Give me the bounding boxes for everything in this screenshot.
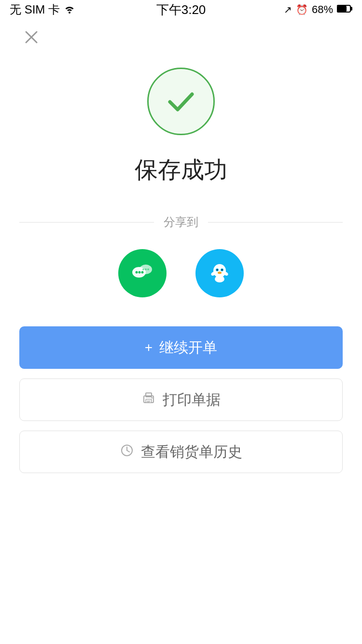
continue-order-button[interactable]: + 继续开单: [19, 326, 343, 369]
svg-point-8: [139, 271, 141, 274]
svg-point-16: [217, 269, 218, 271]
share-label: 分享到: [154, 214, 208, 230]
svg-point-12: [147, 268, 149, 270]
wechat-icon: [129, 260, 156, 287]
divider-line-right: [208, 222, 343, 223]
view-history-label: 查看销货单历史: [141, 442, 242, 462]
print-receipt-button[interactable]: 打印单据: [19, 378, 343, 421]
wifi-icon: [64, 3, 75, 16]
status-right: ↗ ⏰ 68%: [284, 3, 352, 16]
svg-rect-1: [350, 7, 352, 11]
share-icons-row: [118, 249, 244, 297]
share-divider: 分享到: [0, 214, 362, 230]
main-content: 保存成功 分享到: [0, 19, 362, 473]
svg-point-10: [142, 268, 144, 270]
svg-point-27: [152, 397, 153, 398]
svg-point-11: [145, 268, 147, 270]
success-title: 保存成功: [135, 154, 227, 185]
view-history-button[interactable]: 查看销货单历史: [19, 431, 343, 473]
svg-point-17: [222, 269, 223, 271]
svg-rect-25: [147, 401, 151, 402]
action-buttons: + 继续开单 打印单据: [0, 326, 362, 473]
alarm-icon: ⏰: [296, 4, 308, 15]
battery-icon: [337, 3, 352, 16]
battery-text: 68%: [312, 3, 333, 16]
history-icon: [120, 443, 134, 461]
checkmark-icon: [164, 84, 198, 118]
svg-line-30: [127, 450, 129, 452]
svg-rect-2: [337, 6, 347, 12]
location-icon: ↗: [284, 4, 292, 15]
no-sim-text: 无 SIM 卡: [10, 2, 60, 17]
continue-order-label: 继续开单: [159, 338, 217, 358]
svg-point-9: [141, 271, 144, 274]
status-time: 下午3:20: [156, 1, 206, 18]
status-left: 无 SIM 卡: [10, 2, 75, 17]
close-button[interactable]: [19, 25, 43, 49]
svg-point-13: [213, 264, 226, 278]
qq-icon: [206, 260, 233, 287]
svg-point-21: [215, 276, 224, 282]
print-icon: [141, 391, 156, 409]
status-bar: 无 SIM 卡 下午3:20 ↗ ⏰ 68%: [0, 0, 362, 19]
share-wechat-button[interactable]: [118, 249, 167, 297]
svg-point-18: [218, 272, 222, 274]
share-section: 分享到: [0, 214, 362, 297]
svg-rect-26: [147, 402, 150, 403]
print-receipt-label: 打印单据: [163, 390, 221, 410]
share-qq-button[interactable]: [195, 249, 244, 297]
success-icon-circle: [147, 68, 215, 135]
divider-line-left: [19, 222, 154, 223]
svg-point-7: [136, 271, 138, 274]
plus-icon: +: [145, 340, 153, 355]
